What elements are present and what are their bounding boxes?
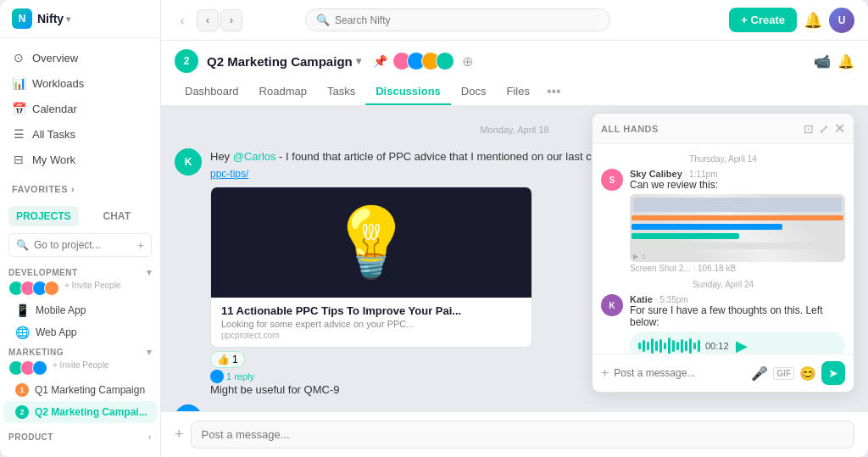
mkt-avatars: + Invite People <box>8 360 152 376</box>
wave-bar <box>659 339 662 353</box>
expand-icon[interactable]: ⤢ <box>819 122 829 136</box>
file-controls: ▶ 1 <box>630 251 845 262</box>
tabs-more-icon[interactable]: ••• <box>540 78 568 105</box>
wave-bar <box>638 343 641 349</box>
chat-message: C · <box>175 404 854 411</box>
all-hands-input[interactable] <box>614 367 746 379</box>
project-dot: 1 <box>15 383 29 397</box>
attachment-icon[interactable]: + <box>175 426 184 443</box>
project-title-chevron-icon: ▾ <box>356 55 361 67</box>
qmc-mention[interactable]: QMC-9 <box>304 383 340 396</box>
tab-docs[interactable]: Docs <box>451 79 497 105</box>
ah-text: Can we review this: <box>630 179 845 191</box>
wave-bar <box>693 343 696 349</box>
ah-sender: Sky Calibey <box>630 169 682 179</box>
projects-chat-tabs: PROJECTS CHAT <box>0 199 160 230</box>
send-button[interactable]: ➤ <box>821 361 845 385</box>
project-header-actions: 📹 🔔 <box>814 53 854 70</box>
my-work-icon: ⊟ <box>12 153 25 166</box>
sidebar-item-all-tasks[interactable]: ☰ All Tasks <box>0 121 160 147</box>
tab-chat[interactable]: CHAT <box>82 206 153 226</box>
add-member-icon[interactable]: ⊕ <box>462 53 473 70</box>
section-chevron-icon: › <box>148 432 152 442</box>
mobile-app-icon: 📱 <box>15 304 30 317</box>
tab-roadmap[interactable]: Roadmap <box>249 79 317 105</box>
sidebar-item-workloads[interactable]: 📊 Workloads <box>0 70 160 96</box>
sidebar-item-my-work[interactable]: ⊟ My Work <box>0 147 160 172</box>
pin-icon[interactable]: 📌 <box>373 54 387 68</box>
chat-input-bar: + <box>161 411 868 457</box>
ah-plus-icon[interactable]: + <box>601 365 609 381</box>
sidebar-item-calendar[interactable]: 📅 Calendar <box>0 96 160 121</box>
close-icon[interactable]: ✕ <box>834 120 845 137</box>
sidebar-item-q2-campaign[interactable]: 2 Q2 Marketing Campai... <box>3 401 157 423</box>
avatar <box>44 281 59 296</box>
search-icon: 🔍 <box>16 239 29 251</box>
project-dot-active: 2 <box>15 405 29 419</box>
dev-avatars: + Invite People <box>8 281 152 296</box>
invite-people-link[interactable]: + Invite People <box>64 281 120 296</box>
sidebar-item-mobile-app[interactable]: 📱 Mobile App <box>3 299 157 321</box>
all-hands-message: S Sky Calibey · 1:11pm Can we review thi… <box>601 169 845 273</box>
forward-button[interactable]: › <box>220 9 242 31</box>
collapse-sidebar-button[interactable]: ‹ <box>175 14 190 27</box>
reaction-button[interactable]: 👍 1 <box>210 351 245 368</box>
add-project-icon[interactable]: + <box>137 238 144 252</box>
search-project-input[interactable] <box>34 239 132 251</box>
project-tabs: Dashboard Roadmap Tasks Discussions Docs… <box>175 78 854 105</box>
back-button[interactable]: ‹ <box>197 9 219 31</box>
link-preview-body: 11 Actionable PPC Tips To Improve Your P… <box>211 298 531 347</box>
minimize-icon[interactable]: ⊡ <box>804 122 814 136</box>
tab-tasks[interactable]: Tasks <box>317 79 365 105</box>
content-area: ‹ ‹ › 🔍 + Create 🔔 U 2 Q2 Marketing Camp… <box>161 0 868 457</box>
tab-discussions[interactable]: Discussions <box>365 79 451 105</box>
sidebar-item-label: Workloads <box>32 77 84 90</box>
bell-icon[interactable]: 🔔 <box>804 11 822 30</box>
topbar: ‹ ‹ › 🔍 + Create 🔔 U <box>161 0 868 41</box>
project-badge: 2 <box>175 49 198 73</box>
search-input[interactable] <box>335 14 599 26</box>
user-avatar[interactable]: U <box>829 8 854 33</box>
member-avatars <box>392 52 450 70</box>
sidebar-item-q1-campaign[interactable]: 1 Q1 Marketing Campaign <box>3 379 157 401</box>
play-button[interactable]: ▶ <box>736 337 748 354</box>
emoji-button[interactable]: 😊 <box>799 365 816 382</box>
video-icon[interactable]: 📹 <box>814 53 831 70</box>
ah-img-inner: ▶ 1 <box>630 194 845 262</box>
sidebar-item-overview[interactable]: ⊙ Overview <box>0 45 160 70</box>
wave-bar <box>698 340 700 352</box>
ah-text-2: For sure I have a few thoughts on this. … <box>630 304 845 328</box>
link-preview-desc: Looking for some expert advice on your P… <box>221 319 521 329</box>
sidebar-brand[interactable]: Nifty ▾ <box>37 12 70 25</box>
sidebar-item-label: Calendar <box>32 103 77 115</box>
nifty-logo: N <box>12 8 32 29</box>
favorites-chevron-icon: › <box>71 184 75 194</box>
message-avatar: K <box>175 148 202 176</box>
sidebar-item-label: My Work <box>32 153 75 166</box>
tab-files[interactable]: Files <box>496 79 539 105</box>
calendar-icon: 📅 <box>12 102 25 115</box>
reply-avatar <box>210 370 224 383</box>
invite-people-link-mkt[interactable]: + Invite People <box>53 360 108 376</box>
wave-bar <box>676 342 679 350</box>
bell-project-icon[interactable]: 🔔 <box>837 53 854 70</box>
link-preview-url: ppcprotect.com <box>221 331 521 340</box>
mention: @Carlos <box>233 150 276 163</box>
create-button[interactable]: + Create <box>729 8 797 32</box>
wave-bar <box>689 338 692 354</box>
microphone-icon[interactable]: 🎤 <box>751 365 768 382</box>
tab-dashboard[interactable]: Dashboard <box>175 79 249 105</box>
message-time: · <box>210 406 213 411</box>
message-avatar: C <box>175 404 202 411</box>
audio-time: 00:12 <box>705 341 729 351</box>
chat-input[interactable] <box>191 421 854 449</box>
sidebar-item-web-app[interactable]: 🌐 Web App <box>3 321 157 343</box>
gif-button[interactable]: GIF <box>773 367 794 380</box>
sidebar-nav: ⊙ Overview 📊 Workloads 📅 Calendar ☰ All … <box>0 38 160 179</box>
wave-bar <box>672 340 675 352</box>
favorites-section[interactable]: FAVORITES › <box>0 179 160 199</box>
tab-projects[interactable]: PROJECTS <box>8 206 79 226</box>
message-meta: · <box>210 404 854 411</box>
project-title[interactable]: Q2 Marketing Campaign ▾ <box>207 54 361 69</box>
ah-time-2: · 5:35pm <box>655 295 688 304</box>
